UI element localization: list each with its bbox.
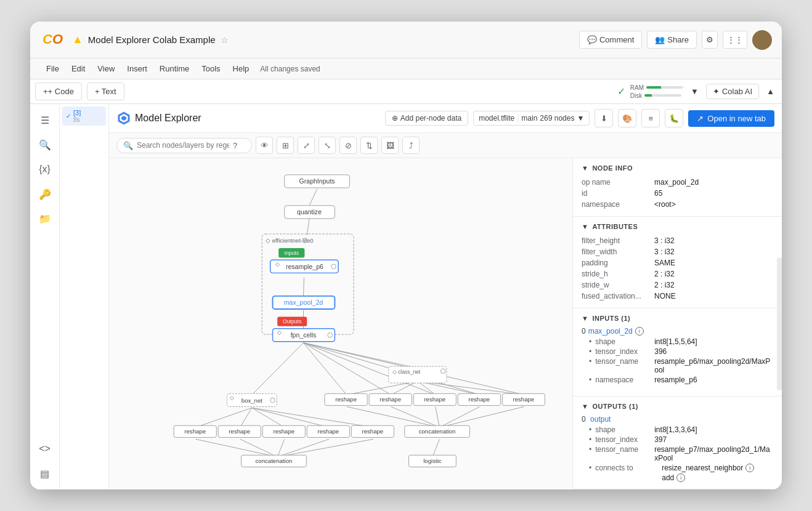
svg-text:max_pool_2d: max_pool_2d [284,299,323,306]
menu-runtime[interactable]: Runtime [153,62,195,76]
svg-text:◇: ◇ [230,395,234,401]
svg-line-8 [303,278,304,297]
sidebar-variables-icon[interactable]: {x} [34,158,56,180]
disk-bar [644,94,681,97]
chevron-down-icon: ▼ [582,164,588,172]
chevron-down-icon: ▼ [582,403,588,410]
chevron-down-icon: ▼ [577,114,584,123]
search-input[interactable] [137,141,229,150]
outputs-section: ▼ OUTPUTS (1) 0 output • shape int8 [573,396,782,489]
svg-line-17 [196,408,252,427]
cell-item-active[interactable]: ✓ [3] 8s [62,107,106,126]
app-window: C O ▲ Model Explorer Colab Example ☆ 💬 C… [30,22,782,489]
share-button[interactable]: 👥 Share [647,31,697,49]
svg-text:GraphInputs: GraphInputs [299,177,335,185]
connect-2: add i [654,473,754,482]
graph-canvas[interactable]: GraphInputs quantize ◇ efficientnet-lite… [109,158,572,489]
show-layers-button[interactable]: 👁 [256,137,273,154]
svg-line-28 [240,439,278,457]
hexagon-icon [116,111,131,126]
output-shape-row: • shape int8[1,3,3,64] [582,425,773,435]
node-info-header[interactable]: ▼ NODE INFO [582,164,773,172]
menu-view[interactable]: View [91,62,121,76]
outputs-header[interactable]: ▼ OUTPUTS (1) [582,403,773,410]
comment-button[interactable]: 💬 Comment [579,31,642,49]
chevron-down-icon: ▼ [582,315,588,322]
add-text-button[interactable]: + Text [87,82,124,100]
open-new-tab-button[interactable]: ↗ Open in new tab [688,110,774,127]
add-code-button[interactable]: + + Code [35,82,82,100]
svg-text:quantize: quantize [297,208,322,215]
settings-button[interactable]: ⚙ [702,31,718,49]
op-name-row: op name max_pool_2d [582,177,773,188]
add-node-data-button[interactable]: ⊕ Add per-node data [385,111,468,126]
avatar[interactable] [752,30,772,50]
ram-bar [646,86,683,89]
sidebar-toc-icon[interactable]: ☰ [34,109,56,131]
info-icon-2[interactable]: i [676,473,685,482]
info-icon-1[interactable]: i [745,464,754,472]
svg-text:box_net: box_net [242,397,262,404]
svg-text:◇: ◇ [275,261,280,267]
expand-button[interactable]: ⤢ [298,137,315,154]
svg-line-33 [391,407,440,428]
output-item: 0 output • shape int8[1,3,3,64] • tensor… [582,415,773,483]
sidebar-code-icon[interactable]: <> [34,438,56,460]
input-item: 0 max_pool_2d i • shape int8[1,5,5,64] • [582,327,773,385]
fused-activation-row: fused_activation... NONE [582,291,773,302]
node-info-section: ▼ NODE INFO op name max_pool_2d id 65 [573,158,782,217]
expand-ram-button[interactable]: ▼ [688,84,701,99]
legend-button[interactable]: ≡ [641,109,660,127]
svg-text:reshape: reshape [229,428,250,435]
info-icon[interactable]: i [635,327,644,336]
padding-row: padding SAME [582,257,773,268]
collapse-button[interactable]: ▲ [764,84,777,99]
palette-button[interactable]: 🎨 [618,109,636,127]
image-button[interactable]: 🖼 [381,137,399,154]
svg-text:reshape: reshape [362,428,384,435]
star-icon[interactable]: ☆ [221,35,229,45]
left-sidebar: ☰ 🔍 {x} 🔑 📁 <> ▤ [30,104,60,489]
collapse-layers-button[interactable]: ⤡ [319,137,336,154]
question-icon[interactable]: ? [233,141,237,150]
attributes-header[interactable]: ▼ ATTRIBUTES [582,223,773,230]
menu-help[interactable]: Help [227,62,256,76]
sidebar-search-icon[interactable]: 🔍 [34,134,56,156]
svg-text:reshape: reshape [424,396,445,403]
scrollbar[interactable] [777,257,782,390]
saved-status: All changes saved [260,65,320,73]
sidebar-secrets-icon[interactable]: 🔑 [34,183,56,205]
svg-line-21 [252,408,373,427]
sidebar-files-icon[interactable]: 📁 [34,207,56,230]
colab-ai-button[interactable]: ✦ Colab AI [706,84,759,99]
menu-insert[interactable]: Insert [121,62,153,76]
export-button[interactable]: ⤴ [402,137,420,154]
plus-circle-icon: ⊕ [392,114,398,123]
svg-rect-42 [262,234,354,334]
explorer-toolbar: Model Explorer ⊕ Add per-node data model… [109,104,782,133]
download-button[interactable]: ⬇ [595,109,613,127]
attributes-section: ▼ ATTRIBUTES filter_height 3 : i32 filte… [573,217,782,308]
menu-file[interactable]: File [40,62,65,76]
svg-text:◇ class_net: ◇ class_net [392,369,421,375]
separator: | [517,114,519,123]
inputs-header[interactable]: ▼ INPUTS (1) [582,315,773,322]
explorer-panel: Model Explorer ⊕ Add per-node data model… [109,104,782,489]
shape-row: • shape int8[1,5,5,64] [582,337,773,347]
menu-edit[interactable]: Edit [65,62,91,76]
explorer-logo: Model Explorer [116,111,201,126]
search-box[interactable]: 🔍 ? [116,138,252,153]
plus-icon: + [43,87,48,96]
sidebar-terminal-icon[interactable]: ▤ [34,462,56,485]
align-button[interactable]: ⇅ [360,137,378,154]
menu-tools[interactable]: Tools [195,62,226,76]
bug-button[interactable]: 🐛 [665,109,683,127]
main-area: ☰ 🔍 {x} 🔑 📁 <> ▤ ✓ [3] 8s [30,104,782,489]
fit-view-button[interactable]: ⊞ [277,137,294,154]
model-selector[interactable]: model.tflite | main 269 nodes ▼ [473,111,590,126]
svg-line-10 [252,343,304,395]
apps-button[interactable]: ⋮⋮ [723,31,747,49]
toggle-button[interactable]: ⊘ [339,137,357,154]
svg-line-32 [347,407,440,428]
svg-text:logistic: logistic [423,457,442,464]
